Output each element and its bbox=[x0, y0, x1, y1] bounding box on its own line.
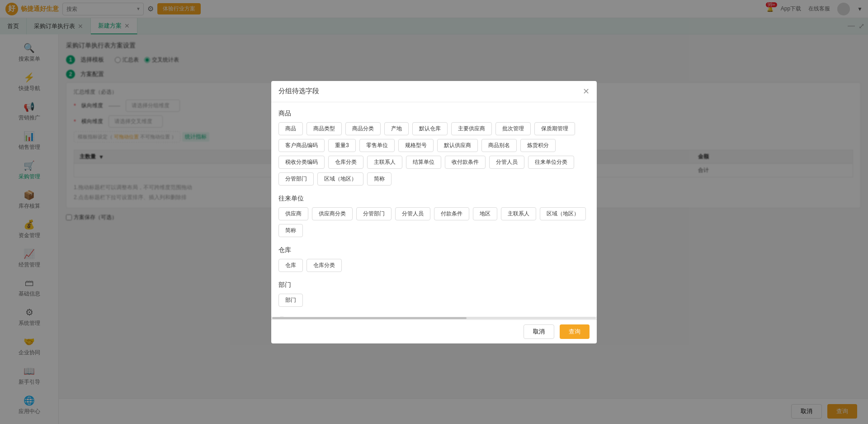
field-item[interactable]: 默认供应商 bbox=[437, 139, 478, 152]
field-item[interactable]: 收付款条件 bbox=[445, 156, 486, 169]
group-title-partner: 往来单位 bbox=[278, 195, 590, 203]
field-item[interactable]: 区域（地区） bbox=[317, 172, 363, 186]
field-item[interactable]: 供应商分类 bbox=[312, 207, 353, 220]
field-item[interactable]: 仓库分类 bbox=[328, 156, 363, 169]
field-item[interactable]: 结算单位 bbox=[406, 156, 441, 169]
field-item[interactable]: 地区 bbox=[473, 207, 497, 220]
field-items-goods: 商品 商品类型 商品分类 产地 默认仓库 主要供应商 批次管理 保质期管理 客户… bbox=[278, 122, 590, 186]
modal-confirm-button[interactable]: 查询 bbox=[560, 324, 590, 339]
field-item[interactable]: 仓库分类 bbox=[307, 259, 342, 272]
field-group-goods: 商品 商品 商品类型 商品分类 产地 默认仓库 主要供应商 批次管理 保质期管理… bbox=[278, 110, 590, 186]
field-item[interactable]: 分管部门 bbox=[356, 207, 392, 220]
field-item[interactable]: 商品 bbox=[278, 122, 303, 135]
field-item[interactable]: 简称 bbox=[278, 224, 303, 237]
field-item[interactable]: 主要供应商 bbox=[451, 122, 492, 135]
modal-close-icon[interactable]: ✕ bbox=[583, 86, 590, 96]
field-item[interactable]: 客户商品编码 bbox=[278, 139, 325, 152]
field-item[interactable]: 分管人员 bbox=[395, 207, 430, 220]
field-item[interactable]: 部门 bbox=[278, 294, 303, 307]
field-item[interactable]: 商品别名 bbox=[481, 139, 517, 152]
field-item[interactable]: 商品类型 bbox=[307, 122, 342, 135]
field-group-warehouse: 仓库 仓库 仓库分类 bbox=[278, 246, 590, 272]
field-items-dept: 部门 bbox=[278, 294, 590, 307]
modal-body: 商品 商品 商品类型 商品分类 产地 默认仓库 主要供应商 批次管理 保质期管理… bbox=[271, 102, 597, 317]
modal-header: 分组待选字段 ✕ bbox=[271, 81, 597, 102]
field-item[interactable]: 重量3 bbox=[328, 139, 356, 152]
field-select-modal: 分组待选字段 ✕ 商品 商品 商品类型 商品分类 产地 默认仓库 主要供应商 批… bbox=[271, 81, 597, 343]
field-item[interactable]: 零售单位 bbox=[359, 139, 395, 152]
field-items-warehouse: 仓库 仓库分类 bbox=[278, 259, 590, 272]
field-item[interactable]: 商品分类 bbox=[345, 122, 381, 135]
group-title-goods: 商品 bbox=[278, 110, 590, 118]
modal-cancel-button[interactable]: 取消 bbox=[524, 324, 554, 339]
field-item[interactable]: 产地 bbox=[384, 122, 409, 135]
group-title-dept: 部门 bbox=[278, 281, 590, 289]
field-item[interactable]: 供应商 bbox=[278, 207, 308, 220]
modal-scrollbar[interactable] bbox=[271, 317, 597, 319]
field-group-partner: 往来单位 供应商 供应商分类 分管部门 分管人员 付款条件 地区 主联系人 区域… bbox=[278, 195, 590, 237]
field-item[interactable]: 简称 bbox=[367, 172, 392, 186]
field-item[interactable]: 默认仓库 bbox=[412, 122, 448, 135]
modal-overlay[interactable]: 分组待选字段 ✕ 商品 商品 商品类型 商品分类 产地 默认仓库 主要供应商 批… bbox=[0, 0, 868, 424]
field-item[interactable]: 分管部门 bbox=[278, 172, 314, 186]
field-item[interactable]: 税收分类编码 bbox=[278, 156, 325, 169]
field-item[interactable]: 区域（地区） bbox=[540, 207, 586, 220]
field-item[interactable]: 主联系人 bbox=[367, 156, 402, 169]
field-item[interactable]: 批次管理 bbox=[495, 122, 531, 135]
modal-footer: 取消 查询 bbox=[271, 319, 597, 343]
scrollbar-track bbox=[272, 317, 596, 319]
field-item[interactable]: 往来单位分类 bbox=[528, 156, 574, 169]
field-item[interactable]: 仓库 bbox=[278, 259, 303, 272]
field-group-dept: 部门 部门 bbox=[278, 281, 590, 307]
modal-title: 分组待选字段 bbox=[278, 87, 319, 95]
field-item[interactable]: 分管人员 bbox=[489, 156, 524, 169]
field-item[interactable]: 规格型号 bbox=[398, 139, 434, 152]
field-item[interactable]: 保质期管理 bbox=[534, 122, 575, 135]
field-items-partner: 供应商 供应商分类 分管部门 分管人员 付款条件 地区 主联系人 区域（地区） … bbox=[278, 207, 590, 237]
field-item[interactable]: 主联系人 bbox=[501, 207, 536, 220]
group-title-warehouse: 仓库 bbox=[278, 246, 590, 254]
scrollbar-thumb[interactable] bbox=[272, 317, 467, 319]
field-item[interactable]: 炼货积分 bbox=[520, 139, 556, 152]
field-item[interactable]: 付款条件 bbox=[434, 207, 469, 220]
